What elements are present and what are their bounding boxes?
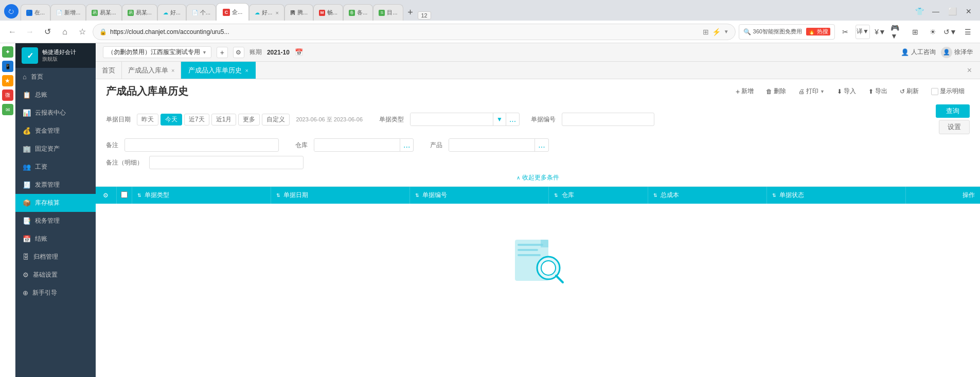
close-window-btn[interactable]: ✕ (961, 4, 976, 19)
shirt-icon[interactable]: 👕 (912, 4, 926, 19)
th-settings[interactable]: ⚙ (96, 187, 116, 204)
forward-btn[interactable]: → (23, 25, 37, 39)
app-icon-green[interactable]: ✦ (2, 46, 13, 58)
sidebar-item-payroll[interactable]: 👥 工资 (15, 158, 96, 176)
sidebar-item-home[interactable]: ⌂ 首页 (15, 68, 96, 86)
date-btn-more[interactable]: 更多 (238, 114, 260, 125)
th-status[interactable]: ⇅ 单据状态 (767, 187, 905, 204)
product-dots-btn[interactable]: ... (534, 139, 548, 151)
app-icon-yellow[interactable]: ★ (2, 75, 13, 86)
th-checkbox[interactable] (116, 187, 132, 204)
search-bar-360[interactable]: 🔍 360智能抠图免费用 🔥 热搜 (739, 24, 835, 40)
app-icon-red[interactable]: 微 (2, 89, 13, 101)
tab-12[interactable]: S 目... (373, 4, 403, 21)
date-btn-custom[interactable]: 自定义 (262, 114, 290, 125)
type-filter-input[interactable] (411, 113, 493, 125)
tab-11[interactable]: 各 各... (343, 4, 373, 21)
collapse-btn[interactable]: ∧ 收起更多条件 (106, 171, 970, 184)
th-type[interactable]: ⇅ 单据类型 (132, 187, 271, 204)
dropdown-arrow[interactable]: ▼ (724, 29, 729, 34)
scissors-btn[interactable]: ✂ (838, 25, 852, 39)
consultant-btn[interactable]: 👤 人工咨询 (901, 48, 936, 57)
undo-btn[interactable]: ↺▼ (943, 25, 957, 39)
sidebar-item-guide[interactable]: ⊕ 新手引导 (15, 284, 96, 302)
browser-circle-btn[interactable]: ⭮ (4, 4, 19, 19)
more-browser-btn[interactable]: ☰ (960, 25, 975, 39)
apps-btn[interactable]: ⊞ (908, 25, 922, 39)
tab-parent-close[interactable]: × (171, 67, 174, 74)
gamepad-btn[interactable]: 🎮▼ (890, 25, 905, 39)
calendar-icon[interactable]: 📅 (295, 48, 303, 56)
filter-setting-btn[interactable]: 设置 (939, 120, 970, 134)
print-btn[interactable]: 🖨 打印 ▼ (793, 85, 830, 98)
th-total-cost[interactable]: ⇅ 总成本 (648, 187, 767, 204)
tab-10[interactable]: M 畅... (313, 4, 343, 21)
address-bar[interactable]: 🔒 https://cloud.chanjet.com/accounting/u… (93, 24, 736, 40)
sidebar-item-inventory[interactable]: 📦 库存核算 (15, 194, 96, 212)
warehouse-filter-input[interactable] (314, 139, 400, 151)
tab-9[interactable]: 腾 腾... (284, 4, 313, 21)
sidebar-item-closing[interactable]: 📅 结账 (15, 230, 96, 248)
sidebar-item-assets[interactable]: 🏢 固定资产 (15, 140, 96, 158)
restore-btn[interactable]: ⬜ (945, 4, 959, 19)
delete-record-btn[interactable]: 🗑 删除 (761, 85, 791, 98)
tab-parent[interactable]: 产成品入库单 × (121, 62, 181, 79)
right-panel-close-btn[interactable]: × (959, 62, 980, 79)
tab-1[interactable]: 🔵 在... (21, 4, 50, 21)
type-dots-btn[interactable]: ... (506, 113, 519, 125)
page-refresh-btn[interactable]: ↺ 刷新 (895, 85, 924, 98)
app-icon-blue[interactable]: 📱 (2, 61, 13, 72)
translate-btn[interactable]: 译▼ (856, 25, 870, 39)
detail-remark-input[interactable] (149, 156, 304, 169)
sidebar-item-settings[interactable]: ⚙ 基础设置 (15, 266, 96, 284)
number-filter-input[interactable] (562, 113, 654, 126)
add-record-btn[interactable]: + 新增 (730, 85, 759, 98)
product-filter-input[interactable] (449, 139, 534, 151)
th-date[interactable]: ⇅ 单据日期 (271, 187, 409, 204)
display-checkbox[interactable] (931, 88, 938, 95)
display-detail-btn[interactable]: 显示明细 (926, 85, 970, 98)
th-warehouse[interactable]: ⇅ 仓库 (549, 187, 648, 204)
warehouse-dots-btn[interactable]: ... (400, 139, 413, 151)
back-btn[interactable]: ← (5, 25, 20, 39)
refresh-browser-btn[interactable]: ↺ (40, 25, 55, 39)
tab-4[interactable]: 易 易某... (122, 4, 157, 21)
sidebar-item-ledger[interactable]: 📋 总账 (15, 86, 96, 104)
grid-icon[interactable]: ⊞ (703, 28, 709, 36)
export-btn[interactable]: ⬆ 导出 (863, 85, 893, 98)
add-account-btn[interactable]: + (217, 47, 228, 58)
sidebar-item-invoice[interactable]: 🧾 发票管理 (15, 176, 96, 194)
tab-2[interactable]: 📄 新增... (50, 4, 86, 21)
tab-5[interactable]: ☁ 好... (157, 4, 186, 21)
tab-8-close[interactable]: × (275, 10, 278, 16)
currency-btn[interactable]: ¥▼ (873, 25, 887, 39)
lightning-icon[interactable]: ⚡ (712, 28, 721, 36)
account-selector[interactable]: （勿删勿禁用）江西服宝测试专用 ▼ (103, 46, 211, 58)
tab-6[interactable]: 📄 个... (186, 4, 216, 21)
date-btn-yesterday[interactable]: 昨天 (137, 114, 158, 125)
tab-current[interactable]: 产成品入库单历史 × (181, 62, 255, 79)
account-settings-btn[interactable]: ⚙ (233, 47, 244, 58)
th-number[interactable]: ⇅ 单据编号 (409, 187, 548, 204)
tab-8[interactable]: ☁ 好... × (249, 4, 284, 21)
date-btn-last-month[interactable]: 近1月 (211, 114, 237, 125)
breadcrumb-home[interactable]: 首页 (96, 62, 121, 79)
select-all-checkbox[interactable] (121, 191, 128, 198)
tab-3[interactable]: 易 易某... (86, 4, 121, 21)
app-icon-mail[interactable]: ✉ (2, 104, 13, 115)
remark-filter-input[interactable] (124, 138, 279, 152)
theme-btn[interactable]: ☀ (925, 25, 940, 39)
new-tab-btn[interactable]: + (403, 5, 418, 20)
tab-current-close[interactable]: × (245, 67, 248, 74)
sidebar-item-tax[interactable]: 📑 税务管理 (15, 212, 96, 230)
date-btn-today[interactable]: 今天 (161, 114, 182, 125)
user-info[interactable]: 👤 徐泽华 (941, 47, 973, 58)
minimize-btn[interactable]: — (929, 4, 943, 19)
search-btn[interactable]: 查询 (936, 104, 970, 118)
date-btn-last7[interactable]: 近7天 (184, 114, 209, 125)
sidebar-item-reports[interactable]: 📊 云报表中心 (15, 104, 96, 122)
bookmark-btn[interactable]: ☆ (75, 25, 90, 39)
tab-7-active[interactable]: C 企... (216, 3, 249, 21)
home-browser-btn[interactable]: ⌂ (58, 25, 72, 39)
sidebar-item-archive[interactable]: 🗄 归档管理 (15, 248, 96, 266)
